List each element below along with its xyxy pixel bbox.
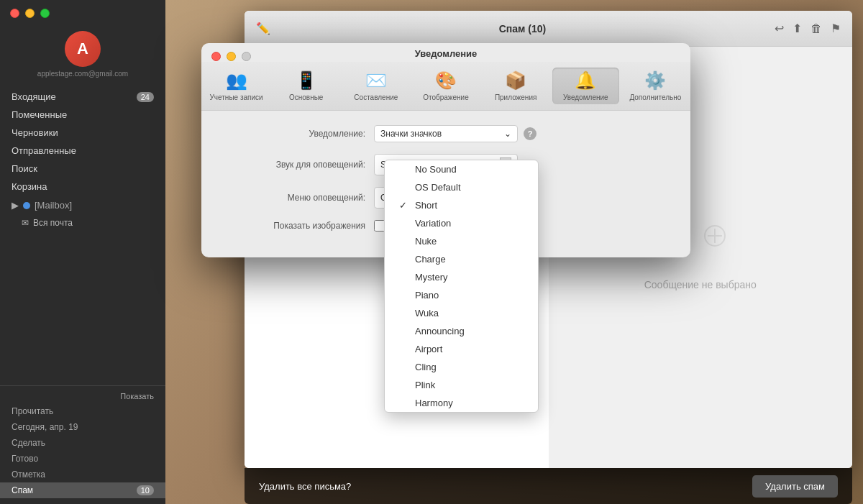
display-icon: 🎨 — [435, 70, 457, 91]
dialog-maximize-button[interactable] — [242, 52, 251, 61]
avatar: A — [65, 31, 101, 67]
tab-basic[interactable]: 📱 Основные — [273, 68, 339, 104]
spam-badge: 10 — [137, 485, 154, 495]
mail-window-title: Спам (10) — [499, 23, 547, 35]
tab-notification[interactable]: 🔔 Уведомление — [552, 68, 619, 104]
notification-label: Уведомление: — [230, 129, 374, 139]
notification-row: Уведомление: Значки значков ⌄ ? — [230, 125, 662, 142]
sidebar-item-flag[interactable]: Отметка — [0, 467, 165, 482]
compose-icon[interactable]: ✏️ — [256, 22, 270, 35]
compose-tab-icon: ✉️ — [365, 70, 387, 91]
maximize-button[interactable] — [40, 9, 50, 18]
sound-label: Звук для оповещений: — [230, 160, 374, 170]
notification-select[interactable]: Значки значков ⌄ — [374, 125, 518, 142]
sidebar-item-todo[interactable]: Сделать — [0, 435, 165, 451]
reply-icon[interactable]: ↩ — [775, 22, 784, 35]
flag-icon[interactable]: ⚑ — [831, 22, 841, 35]
tab-accounts[interactable]: 👥 Учетные записи — [203, 68, 270, 104]
toolbar-left: ✏️ — [256, 22, 270, 35]
tab-advanced-label: Дополнительно — [629, 93, 681, 101]
sidebar-item-done[interactable]: Готово — [0, 451, 165, 467]
sound-option-piano[interactable]: Piano — [385, 286, 538, 304]
show-link[interactable]: Показать — [120, 392, 154, 400]
tab-compose[interactable]: ✉️ Составление — [342, 68, 409, 104]
dialog-title: Уведомление — [201, 48, 690, 59]
sidebar-nav: Входящие 24 Помеченные Черновики Отправл… — [0, 88, 165, 238]
sound-option-short[interactable]: ✓ Short — [385, 196, 538, 214]
apps-icon: 📦 — [505, 70, 526, 91]
sound-option-os-default[interactable]: OS Default — [385, 178, 538, 196]
sidebar-item-search[interactable]: Поиск — [0, 160, 165, 178]
sound-dropdown: No Sound OS Default ✓ Short Variation Nu… — [384, 160, 539, 413]
mail-toolbar: ✏️ Спам (10) ↩ ⬆ 🗑 ⚑ — [245, 11, 852, 47]
sound-option-cling[interactable]: Cling — [385, 358, 538, 376]
show-row: Показать — [0, 392, 165, 403]
basic-icon: 📱 — [296, 70, 317, 91]
close-button[interactable] — [10, 9, 19, 18]
upload-icon[interactable]: ⬆ — [793, 22, 802, 35]
sound-option-mystery[interactable]: Mystery — [385, 268, 538, 286]
inbox-badge: 24 — [137, 92, 154, 102]
sidebar-all-mail[interactable]: ✉ Вся почта — [0, 215, 165, 231]
tab-advanced[interactable]: ⚙️ Дополнительно — [622, 68, 689, 104]
sound-option-wuka[interactable]: Wuka — [385, 304, 538, 322]
dialog-close-button[interactable] — [211, 52, 221, 61]
sidebar-traffic-lights — [0, 0, 165, 27]
tab-notification-label: Уведомление — [563, 93, 608, 101]
toolbar-right: ↩ ⬆ 🗑 ⚑ — [775, 22, 841, 35]
tab-accounts-label: Учетные записи — [209, 93, 262, 101]
sound-option-no-sound[interactable]: No Sound — [385, 160, 538, 178]
tab-apps-label: Приложения — [495, 93, 537, 101]
notification-tab-icon: 🔔 — [575, 70, 596, 91]
email-label: applestage.com@gmail.com — [0, 70, 165, 78]
sidebar-item-spam[interactable]: Спам 10 — [0, 482, 165, 498]
mail-bottom-bar: Удалить все письма? Удалить спам — [245, 468, 852, 504]
sidebar-bottom: Показать Прочитать Сегодня, апр. 19 Сдел… — [0, 385, 165, 504]
tab-display-label: Отображение — [423, 93, 469, 101]
sound-option-nuke[interactable]: Nuke — [385, 232, 538, 250]
sound-option-announcing[interactable]: Announcing — [385, 322, 538, 340]
sidebar-item-today[interactable]: Сегодня, апр. 19 — [0, 419, 165, 435]
sidebar-item-inbox[interactable]: Входящие 24 — [0, 88, 165, 106]
notification-control: Значки значков ⌄ ? — [374, 125, 662, 142]
menu-label: Меню оповещений: — [230, 193, 374, 203]
sidebar-item-read[interactable]: Прочитать — [0, 403, 165, 419]
dialog-toolbar: 👥 Учетные записи 📱 Основные ✉️ Составлен… — [201, 62, 690, 111]
sound-option-harmony[interactable]: Harmony — [385, 394, 538, 412]
tab-display[interactable]: 🎨 Отображение — [412, 68, 479, 104]
sound-option-charge[interactable]: Charge — [385, 250, 538, 268]
sidebar-item-trash[interactable]: Корзина — [0, 178, 165, 196]
tab-apps[interactable]: 📦 Приложения — [483, 68, 549, 104]
dialog-minimize-button[interactable] — [227, 52, 236, 61]
sound-option-plink[interactable]: Plink — [385, 376, 538, 394]
delete-all-label: Удалить все письма? — [259, 481, 351, 492]
sidebar-item-drafts[interactable]: Черновики — [0, 124, 165, 142]
minimize-button[interactable] — [25, 9, 35, 18]
sidebar: A applestage.com@gmail.com Входящие 24 П… — [0, 0, 165, 504]
notification-help[interactable]: ? — [524, 127, 536, 140]
delete-spam-button[interactable]: Удалить спам — [752, 475, 838, 498]
accounts-icon: 👥 — [226, 70, 247, 91]
tab-compose-label: Составление — [354, 93, 398, 101]
trash-icon[interactable]: 🗑 — [811, 22, 822, 35]
sound-option-airport[interactable]: Airport — [385, 340, 538, 358]
sidebar-mailbox[interactable]: ▶ [Mailbox] — [0, 196, 165, 215]
tab-basic-label: Основные — [289, 93, 323, 101]
mailbox-dot — [23, 202, 30, 209]
advanced-icon: ⚙️ — [644, 70, 666, 91]
images-label: Показать изображения — [230, 221, 374, 231]
sidebar-item-flagged[interactable]: Помеченные — [0, 106, 165, 124]
sidebar-item-sent[interactable]: Отправленные — [0, 142, 165, 160]
sound-option-variation[interactable]: Variation — [385, 214, 538, 232]
